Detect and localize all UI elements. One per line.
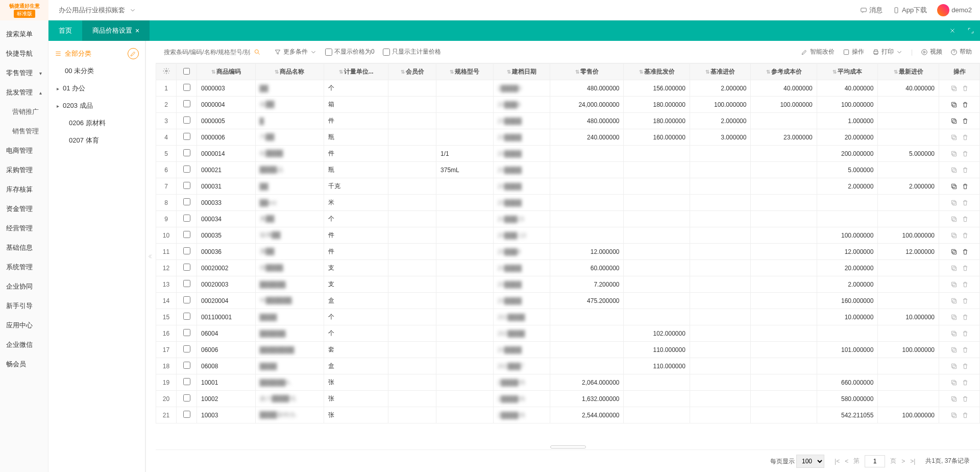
row-checkbox[interactable] (183, 280, 190, 287)
row-checkbox[interactable] (183, 313, 190, 320)
table-row[interactable]: 7000031██千克20████2.0000002.000000 (156, 178, 980, 195)
column-header[interactable]: ⇅基准进价 (690, 64, 751, 80)
column-header[interactable]: 操作 (939, 64, 980, 80)
sidebar-item[interactable]: 畅会员 (0, 355, 48, 374)
sidebar-item[interactable]: 采购管理 (0, 160, 48, 180)
tab[interactable]: 首页 (48, 20, 82, 41)
breadcrumb[interactable]: 办公用品行业模拟账套 (59, 6, 136, 15)
column-header[interactable]: ⇅基准批发价 (624, 64, 690, 80)
copy-icon[interactable] (950, 379, 958, 386)
delete-icon[interactable] (962, 281, 969, 288)
copy-icon[interactable] (950, 330, 958, 337)
delete-icon[interactable] (962, 248, 969, 255)
delete-icon[interactable] (962, 101, 969, 108)
delete-icon[interactable] (962, 232, 969, 239)
copy-icon[interactable] (950, 199, 958, 206)
pager-prev-button[interactable]: < (845, 458, 848, 465)
sidebar-item[interactable]: 批发管理▴ (0, 83, 48, 102)
tree-item[interactable]: ▸0203 成品 (48, 97, 145, 114)
tree-item[interactable]: 0207 体育 (48, 132, 145, 149)
column-header[interactable]: ⇅计量单位... (324, 64, 388, 80)
table-row[interactable]: 2110003████新特办.张2████052,544.000000542.2… (156, 407, 980, 423)
table-row[interactable]: 40000006汽██瓶20████240.000000160.0000003.… (156, 129, 980, 146)
row-checkbox[interactable] (183, 329, 190, 336)
table-row[interactable]: 1200020002得████.支20████60.00000020.00000… (156, 260, 980, 276)
copy-icon[interactable] (950, 314, 958, 321)
sidebar-item[interactable]: 经营管理 (0, 219, 48, 238)
per-page-select[interactable]: 100 (796, 455, 824, 468)
delete-icon[interactable] (962, 117, 969, 125)
tab-close-all-button[interactable] (943, 20, 962, 41)
column-header[interactable]: ⇅平均成本 (817, 64, 878, 80)
copy-icon[interactable] (950, 346, 958, 353)
sidebar-item[interactable]: 快捷导航 (0, 44, 48, 63)
row-checkbox[interactable] (183, 345, 190, 352)
delete-icon[interactable] (962, 85, 969, 92)
copy-icon[interactable] (950, 117, 958, 125)
help-button[interactable]: 帮助 (950, 48, 972, 56)
delete-icon[interactable] (962, 363, 969, 370)
row-checkbox[interactable] (183, 264, 190, 271)
copy-icon[interactable] (950, 101, 958, 108)
column-header[interactable] (156, 64, 177, 80)
row-checkbox[interactable] (183, 411, 190, 418)
hide-zero-checkbox[interactable]: 不显示价格为0 (325, 48, 375, 56)
copy-icon[interactable] (950, 150, 958, 157)
row-checkbox[interactable] (183, 296, 190, 303)
delete-icon[interactable] (962, 265, 969, 272)
tree-item[interactable]: ▸01 办公 (48, 80, 145, 97)
table-row[interactable]: 50000014杜████件1/120████200.0000005.00000… (156, 146, 980, 162)
pager-page-input[interactable] (865, 455, 885, 467)
table-row[interactable]: 1400020004中██████.盒20████475.200000160.0… (156, 293, 980, 309)
sidebar-item[interactable]: 系统管理 (0, 257, 48, 277)
user-menu[interactable]: demo2 (937, 4, 972, 16)
table-row[interactable]: 8000033██est米20████ (156, 195, 980, 211)
search-input[interactable] (164, 49, 251, 56)
column-header[interactable] (177, 64, 197, 80)
delete-icon[interactable] (962, 314, 969, 321)
table-row[interactable]: 10000003██个2████0480.000000156.0000002.0… (156, 80, 980, 97)
table-row[interactable]: 15001100001████个202████10.00000010.00000… (156, 309, 980, 325)
table-row[interactable]: 30000005█件20████480.000000180.0000002.00… (156, 113, 980, 129)
edit-category-button[interactable] (128, 48, 139, 59)
copy-icon[interactable] (950, 232, 958, 239)
table-row[interactable]: 20000004收██箱20███824,000.000000180.00000… (156, 97, 980, 113)
delete-icon[interactable] (962, 395, 969, 403)
delete-icon[interactable] (962, 199, 969, 206)
copy-icon[interactable] (950, 248, 958, 255)
sidebar-item[interactable]: 库存核算 (0, 180, 48, 199)
print-button[interactable]: 打印 (872, 48, 903, 56)
pager-first-button[interactable]: |< (835, 458, 840, 465)
row-checkbox[interactable] (183, 362, 190, 369)
sidebar-item[interactable]: 企业协同 (0, 277, 48, 296)
sidebar-item[interactable]: 新手引导 (0, 296, 48, 316)
copy-icon[interactable] (950, 412, 958, 419)
delete-icon[interactable] (962, 134, 969, 141)
row-checkbox[interactable] (183, 394, 190, 402)
tree-header[interactable]: 全部分类 (48, 45, 145, 62)
delete-icon[interactable] (962, 297, 969, 304)
row-checkbox[interactable] (183, 116, 190, 124)
table-row[interactable]: 11000036测██件20███812.00000012.00000012.0… (156, 244, 980, 260)
table-row[interactable]: 1706006████████套20████110.000000101.0000… (156, 342, 980, 358)
delete-icon[interactable] (962, 216, 969, 223)
table-row[interactable]: 1300020003██████.支20████7.2000002.000000 (156, 276, 980, 293)
drag-handle[interactable] (550, 445, 586, 449)
delete-icon[interactable] (962, 379, 969, 386)
column-header[interactable]: ⇅最新进价 (878, 64, 939, 80)
row-checkbox[interactable] (183, 182, 190, 189)
gear-icon[interactable] (163, 67, 170, 75)
pager-next-button[interactable]: > (901, 458, 905, 465)
sidebar-item[interactable]: 电商管理 (0, 141, 48, 160)
column-header[interactable]: ⇅规格型号 (436, 64, 494, 80)
main-unit-input[interactable] (383, 49, 390, 56)
delete-icon[interactable] (962, 150, 969, 157)
smart-modify-button[interactable]: 智能改价 (801, 48, 835, 56)
copy-icon[interactable] (950, 167, 958, 174)
row-checkbox[interactable] (183, 84, 190, 91)
column-header[interactable]: ⇅参考成本价 (751, 64, 817, 80)
column-header[interactable]: ⇅商品名称 (255, 64, 324, 80)
copy-icon[interactable] (950, 265, 958, 272)
select-all-checkbox[interactable] (183, 68, 190, 75)
delete-icon[interactable] (962, 183, 969, 190)
